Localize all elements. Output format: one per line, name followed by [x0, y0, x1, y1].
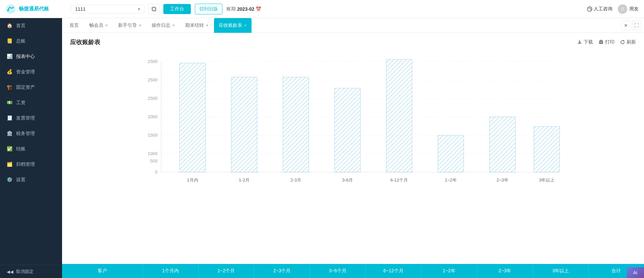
tab-close-icon[interactable]: ×: [105, 23, 108, 28]
tab-label: 新手引导: [118, 22, 137, 28]
sidebar-label: 设置: [16, 177, 25, 183]
sidebar-unpin-button[interactable]: ◀◀ 取消固定: [0, 265, 62, 278]
asset-icon: 🏗️: [7, 84, 13, 90]
sidebar-scroll: 🏠 首页 📒 总账 📊 报表中心 💰 资金管理 🏗️ 固定资产 💵 工资 🧾 发…: [0, 18, 62, 265]
tab-操作日志[interactable]: 操作日志×: [147, 18, 180, 33]
tab-新手引导[interactable]: 新手引导×: [113, 18, 146, 33]
svg-rect-27: [231, 77, 257, 172]
report-icon: 📊: [7, 54, 13, 60]
svg-rect-6: [600, 40, 602, 42]
tab-畅会员[interactable]: 畅会员×: [85, 18, 113, 33]
sidebar-item-发票管理[interactable]: 🧾 发票管理: [0, 111, 62, 126]
sidebar-label: 固定资产: [16, 84, 35, 90]
print-button[interactable]: 打印: [598, 39, 614, 45]
tab-close-icon[interactable]: ×: [139, 23, 141, 28]
refresh-button[interactable]: 刷新: [620, 39, 636, 45]
archive-icon: 🗂️: [7, 161, 13, 167]
tab-label: 操作日志: [152, 22, 170, 28]
download-label: 下载: [584, 39, 593, 45]
sidebar-item-固定资产[interactable]: 🏗️ 固定资产: [0, 80, 62, 95]
sidebar-item-结账[interactable]: ✅ 结账: [0, 141, 62, 157]
chevron-down-icon: ▾: [138, 6, 140, 12]
svg-rect-37: [490, 117, 516, 172]
table-header-cell: 3年以上: [533, 264, 589, 278]
tab-应收账龄表[interactable]: 应收账龄表×: [214, 18, 252, 33]
sidebar-item-工资[interactable]: 💵 工资: [0, 95, 62, 111]
svg-text:3年以上: 3年以上: [539, 178, 554, 183]
sidebar-label: 总账: [16, 38, 25, 44]
consult-button[interactable]: 人工咨询: [587, 6, 612, 12]
pin-icon: ◀◀: [7, 269, 13, 274]
copy-icon: [151, 6, 157, 12]
sidebar-item-税务管理[interactable]: 🏛️ 税务管理: [0, 126, 62, 141]
tab-label: 畅会员: [89, 22, 103, 28]
sidebar-item-报表中心[interactable]: 📊 报表中心: [0, 49, 62, 64]
sidebar-label: 首页: [16, 23, 25, 29]
svg-text:1000: 1000: [148, 151, 157, 156]
tab-首页[interactable]: 首页: [65, 18, 84, 33]
table-header-cell: 1~2年: [421, 264, 477, 278]
sidebar-item-总账[interactable]: 📒 总账: [0, 33, 62, 49]
svg-text:1月内: 1月内: [187, 178, 198, 183]
refresh-label: 刷新: [627, 39, 636, 45]
print-icon: [598, 40, 604, 45]
copy-button[interactable]: [149, 4, 159, 14]
sidebar-item-设置[interactable]: ⚙️ 设置: [0, 172, 62, 188]
tab-close-icon[interactable]: ×: [206, 23, 208, 28]
company-name: 1111: [75, 6, 135, 12]
sidebar-label: 归档管理: [16, 161, 35, 167]
tab-right-actions: ✕ ⛶: [621, 21, 641, 30]
svg-rect-35: [438, 135, 464, 172]
svg-point-4: [587, 7, 592, 11]
table-header-cell: 2~3年: [477, 264, 533, 278]
table-header-cell: 客户: [62, 264, 143, 278]
logo-icon: [5, 4, 16, 14]
home-icon: 🏠: [7, 23, 13, 29]
sidebar-item-资金管理[interactable]: 💰 资金管理: [0, 64, 62, 80]
svg-text:2-3月: 2-3月: [290, 178, 301, 183]
calendar-icon[interactable]: 📅: [256, 6, 261, 12]
close-tab-button[interactable]: ✕: [621, 21, 631, 30]
fund-icon: 💰: [7, 69, 13, 75]
tax-icon: 🏛️: [7, 131, 13, 137]
ai-badge[interactable]: Ai: [627, 267, 644, 278]
sidebar-item-首页[interactable]: 🏠 首页: [0, 18, 62, 33]
svg-text:2000: 2000: [148, 114, 157, 119]
tab-close-icon[interactable]: ×: [172, 23, 175, 28]
sidebar-label: 结账: [16, 146, 25, 152]
table-header-cell: 2~3个月: [254, 264, 310, 278]
top-bar: 畅捷通易代账 1111 ▾ 工作台 切到旧版 账期 2023-02 📅: [0, 0, 644, 18]
tab-label: 应收账龄表: [219, 22, 242, 28]
tab-close-icon[interactable]: ×: [244, 23, 247, 28]
svg-rect-7: [600, 43, 602, 44]
tab-期末结转[interactable]: 期末结转×: [180, 18, 213, 33]
company-selector[interactable]: 1111 ▾: [71, 5, 145, 13]
table-header-cell: 1~2个月: [199, 264, 254, 278]
workbench-button[interactable]: 工作台: [163, 4, 191, 14]
svg-text:3-6月: 3-6月: [342, 178, 353, 183]
switch-button[interactable]: 切到旧版: [195, 4, 222, 14]
svg-point-1: [7, 9, 9, 11]
sidebar-item-归档管理[interactable]: 🗂️ 归档管理: [0, 157, 62, 172]
table-header-cell: 1个月内: [143, 264, 199, 278]
download-button[interactable]: 下载: [577, 39, 593, 45]
sidebar-label: 工资: [16, 100, 25, 106]
sidebar-label: 税务管理: [16, 131, 35, 137]
header-actions: 下载 打印: [577, 39, 636, 45]
svg-rect-31: [335, 88, 361, 172]
user-name: 用友: [629, 6, 639, 12]
period-value: 2023-02: [237, 6, 254, 12]
fullscreen-button[interactable]: ⛶: [632, 21, 641, 30]
sidebar: 🏠 首页 📒 总账 📊 报表中心 💰 资金管理 🏗️ 固定资产 💵 工资 🧾 发…: [0, 18, 62, 278]
svg-text:2~3年: 2~3年: [496, 178, 508, 183]
svg-rect-39: [534, 127, 560, 172]
svg-text:1500: 1500: [148, 133, 157, 138]
svg-text:6-12个月: 6-12个月: [390, 178, 408, 183]
unpin-label: 取消固定: [16, 269, 34, 275]
ledger-icon: 📒: [7, 38, 13, 44]
chart-container: 2500 2500 2500 2000 1500 1000 500 0: [62, 49, 644, 200]
sidebar-label: 报表中心: [16, 54, 35, 60]
user-button[interactable]: U 用友: [618, 4, 639, 14]
svg-rect-33: [386, 59, 412, 172]
page-content: 应收账龄表 下载: [62, 33, 644, 264]
